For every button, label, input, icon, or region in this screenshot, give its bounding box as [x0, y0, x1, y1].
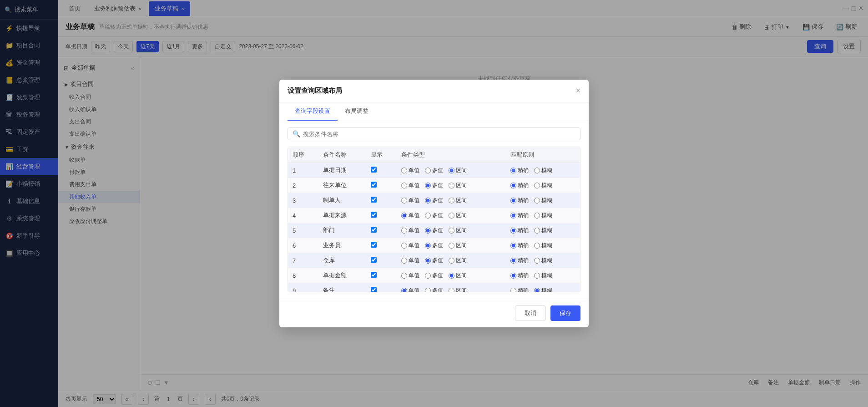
radio-single[interactable]: 单值	[401, 242, 419, 249]
radio-single-input[interactable]	[401, 168, 407, 173]
radio-single-input[interactable]	[401, 273, 407, 279]
radio-multi-input[interactable]	[425, 183, 431, 188]
radio-precise-input[interactable]	[510, 228, 516, 234]
radio-range[interactable]: 区间	[449, 212, 467, 219]
radio-single[interactable]: 单值	[401, 287, 419, 293]
display-checkbox[interactable]	[371, 227, 377, 233]
radio-single-input[interactable]	[401, 198, 407, 204]
radio-multi-input[interactable]	[425, 288, 431, 293]
radio-precise-input[interactable]	[510, 273, 516, 279]
radio-range-input[interactable]	[449, 258, 454, 264]
radio-multi-input[interactable]	[425, 228, 431, 234]
display-checkbox[interactable]	[371, 182, 377, 188]
radio-single-input[interactable]	[401, 258, 407, 264]
radio-fuzzy[interactable]: 模糊	[534, 272, 552, 280]
display-checkbox[interactable]	[371, 197, 377, 203]
radio-multi[interactable]: 多值	[425, 197, 443, 204]
radio-multi[interactable]: 多值	[425, 212, 443, 219]
radio-multi-input[interactable]	[425, 273, 431, 279]
radio-precise[interactable]: 精确	[510, 227, 529, 234]
radio-single[interactable]: 单值	[401, 227, 419, 234]
radio-multi[interactable]: 多值	[425, 227, 443, 234]
radio-range-input[interactable]	[449, 213, 454, 219]
radio-single-input[interactable]	[401, 288, 407, 293]
radio-single[interactable]: 单值	[401, 257, 419, 265]
radio-range-input[interactable]	[449, 228, 454, 234]
radio-range[interactable]: 区间	[449, 197, 467, 204]
radio-multi[interactable]: 多值	[425, 182, 443, 189]
radio-range[interactable]: 区间	[449, 272, 467, 280]
radio-precise[interactable]: 精确	[510, 197, 529, 204]
radio-precise-input[interactable]	[510, 198, 516, 204]
radio-precise-input[interactable]	[510, 183, 516, 188]
radio-precise[interactable]: 精确	[510, 287, 529, 293]
radio-fuzzy[interactable]: 模糊	[534, 287, 552, 293]
radio-range[interactable]: 区间	[449, 242, 467, 249]
radio-fuzzy[interactable]: 模糊	[534, 197, 552, 204]
radio-single-input[interactable]	[401, 243, 407, 249]
radio-multi[interactable]: 多值	[425, 242, 443, 249]
radio-range[interactable]: 区间	[449, 167, 467, 174]
display-checkbox[interactable]	[371, 287, 377, 292]
table-scroll[interactable]: 顺序 条件名称 显示 条件类型 匹配原则 1单据日期 单值	[288, 147, 580, 292]
radio-precise[interactable]: 精确	[510, 257, 529, 265]
radio-range-input[interactable]	[449, 288, 454, 293]
radio-multi-input[interactable]	[425, 213, 431, 219]
display-checkbox[interactable]	[371, 167, 377, 173]
radio-single[interactable]: 单值	[401, 167, 419, 174]
radio-single[interactable]: 单值	[401, 212, 419, 219]
radio-multi-input[interactable]	[425, 243, 431, 249]
radio-precise-input[interactable]	[510, 243, 516, 249]
radio-multi-input[interactable]	[425, 258, 431, 264]
radio-range[interactable]: 区间	[449, 257, 467, 265]
display-checkbox[interactable]	[371, 272, 377, 278]
radio-single[interactable]: 单值	[401, 182, 419, 189]
radio-range[interactable]: 区间	[449, 227, 467, 234]
radio-precise-input[interactable]	[510, 288, 516, 293]
radio-range-input[interactable]	[449, 273, 454, 279]
radio-fuzzy[interactable]: 模糊	[534, 227, 552, 234]
radio-range-input[interactable]	[449, 198, 454, 204]
radio-multi[interactable]: 多值	[425, 257, 443, 265]
radio-fuzzy-input[interactable]	[534, 228, 540, 234]
radio-multi-input[interactable]	[425, 168, 431, 173]
cancel-button[interactable]: 取消	[515, 305, 546, 321]
radio-fuzzy[interactable]: 模糊	[534, 242, 552, 249]
search-input[interactable]	[303, 131, 575, 137]
radio-range[interactable]: 区间	[449, 287, 467, 293]
radio-fuzzy[interactable]: 模糊	[534, 212, 552, 219]
radio-fuzzy[interactable]: 模糊	[534, 167, 552, 174]
radio-fuzzy-input[interactable]	[534, 243, 540, 249]
radio-fuzzy-input[interactable]	[534, 273, 540, 279]
radio-multi[interactable]: 多值	[425, 167, 443, 174]
radio-precise[interactable]: 精确	[510, 167, 529, 174]
radio-range-input[interactable]	[449, 168, 454, 173]
display-checkbox[interactable]	[371, 242, 377, 248]
radio-multi-input[interactable]	[425, 198, 431, 204]
radio-precise-input[interactable]	[510, 168, 516, 173]
radio-fuzzy-input[interactable]	[534, 168, 540, 173]
save-button[interactable]: 保存	[550, 305, 580, 321]
radio-precise[interactable]: 精确	[510, 182, 529, 189]
radio-single-input[interactable]	[401, 183, 407, 188]
radio-precise[interactable]: 精确	[510, 212, 529, 219]
radio-range-input[interactable]	[449, 183, 454, 188]
radio-fuzzy[interactable]: 模糊	[534, 257, 552, 265]
radio-range-input[interactable]	[449, 243, 454, 249]
radio-fuzzy-input[interactable]	[534, 198, 540, 204]
radio-single[interactable]: 单值	[401, 197, 419, 204]
display-checkbox[interactable]	[371, 257, 377, 263]
radio-precise[interactable]: 精确	[510, 272, 529, 280]
dialog-tab-field-settings[interactable]: 查询字段设置	[288, 102, 338, 121]
radio-fuzzy[interactable]: 模糊	[534, 182, 552, 189]
radio-fuzzy-input[interactable]	[534, 213, 540, 219]
radio-single-input[interactable]	[401, 228, 407, 234]
radio-multi[interactable]: 多值	[425, 272, 443, 280]
radio-fuzzy-input[interactable]	[534, 258, 540, 264]
radio-precise-input[interactable]	[510, 258, 516, 264]
radio-range[interactable]: 区间	[449, 182, 467, 189]
radio-precise-input[interactable]	[510, 213, 516, 219]
dialog-close-button[interactable]: ×	[575, 86, 580, 96]
radio-single-input[interactable]	[401, 213, 407, 219]
radio-fuzzy-input[interactable]	[534, 183, 540, 188]
